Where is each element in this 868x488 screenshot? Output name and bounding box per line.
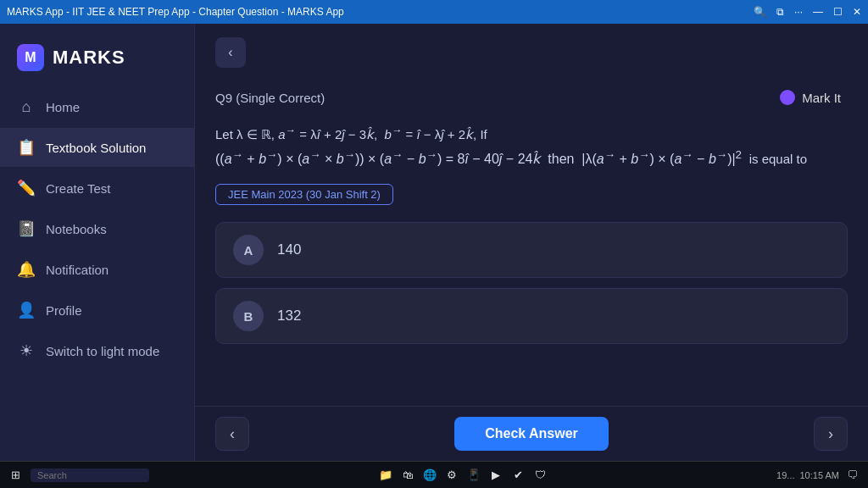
sidebar-item-textbook[interactable]: 📋 Textbook Solution xyxy=(0,128,194,167)
question-header: Q9 (Single Correct) Mark It xyxy=(215,86,848,108)
taskbar-security-icon[interactable]: 🛡 xyxy=(531,467,548,484)
back-button[interactable]: ‹ xyxy=(215,37,246,68)
check-answer-button[interactable]: Check Answer xyxy=(454,417,609,451)
home-icon: ⌂ xyxy=(17,98,36,116)
taskbar-right: 19... 10:15 AM 🗨 xyxy=(776,467,861,484)
option-a-circle: A xyxy=(233,235,264,265)
app-body: M MARKS ⌂ Home 📋 Textbook Solution ✏️ Cr… xyxy=(0,24,868,461)
sidebar-item-home[interactable]: ⌂ Home xyxy=(0,88,194,126)
mark-dot-icon xyxy=(780,90,795,105)
title-bar: MARKS App - IIT JEE & NEET Prep App - Ch… xyxy=(0,0,868,24)
option-a-value: 140 xyxy=(277,241,301,258)
question-text: Let λ ∈ ℝ, a→ = λî + 2ĵ − 3k̂, b→ = î − … xyxy=(215,122,848,170)
sidebar-item-switch-mode[interactable]: ☀ Switch to light mode xyxy=(0,331,194,370)
close-button[interactable]: ✕ xyxy=(853,6,861,18)
sidebar-label-create-test: Create Test xyxy=(46,181,110,196)
textbook-icon: 📋 xyxy=(17,138,36,157)
sidebar-item-profile[interactable]: 👤 Profile xyxy=(0,291,194,330)
prev-question-button[interactable]: ‹ xyxy=(215,417,249,451)
sidebar-nav: ⌂ Home 📋 Textbook Solution ✏️ Create Tes… xyxy=(0,88,194,447)
taskbar-app-icon[interactable]: 📱 xyxy=(465,467,482,484)
option-b[interactable]: B 132 xyxy=(215,288,848,344)
question-type: Q9 (Single Correct) xyxy=(215,91,325,105)
sidebar-label-textbook: Textbook Solution xyxy=(46,141,146,155)
sidebar-item-notebooks[interactable]: 📓 Notebooks xyxy=(0,209,194,248)
sidebar-label-switch-mode: Switch to light mode xyxy=(46,344,159,358)
taskbar-search[interactable] xyxy=(31,469,149,482)
layers-icon[interactable]: ⧉ xyxy=(776,6,784,18)
bottom-nav: ‹ Check Answer › xyxy=(195,406,868,461)
light-mode-icon: ☀ xyxy=(17,341,36,360)
sidebar-label-profile: Profile xyxy=(46,303,82,318)
options-list: A 140 B 132 xyxy=(215,222,848,344)
taskbar-edge-icon[interactable]: 🌐 xyxy=(421,467,438,484)
logo-letter: M xyxy=(25,50,36,65)
taskbar-center: 📁 🛍 🌐 ⚙ 📱 ▶ ✔ 🛡 xyxy=(377,467,548,484)
taskbar-youtube-icon[interactable]: ▶ xyxy=(487,467,504,484)
question-area: ‹ Q9 (Single Correct) Mark It Let λ ∈ ℝ,… xyxy=(195,24,868,406)
minimize-button[interactable]: — xyxy=(813,6,823,18)
windows-icon[interactable]: ⊞ xyxy=(7,467,24,484)
time-label: 10:15 AM xyxy=(800,470,839,480)
main-content: ‹ Q9 (Single Correct) Mark It Let λ ∈ ℝ,… xyxy=(195,24,868,461)
taskbar-file-icon[interactable]: 📁 xyxy=(377,467,394,484)
taskbar: ⊞ 📁 🛍 🌐 ⚙ 📱 ▶ ✔ 🛡 19... 10:15 AM 🗨 xyxy=(0,461,868,488)
profile-icon: 👤 xyxy=(17,301,36,319)
sidebar-label-home: Home xyxy=(46,100,80,114)
sidebar: M MARKS ⌂ Home 📋 Textbook Solution ✏️ Cr… xyxy=(0,24,195,461)
taskbar-marks-icon[interactable]: ✔ xyxy=(509,467,526,484)
sidebar-label-notebooks: Notebooks xyxy=(46,222,107,236)
sidebar-logo: M MARKS xyxy=(0,37,194,88)
create-test-icon: ✏️ xyxy=(17,179,36,197)
sidebar-label-notification: Notification xyxy=(46,263,108,277)
option-b-value: 132 xyxy=(277,308,301,324)
more-icon[interactable]: ··· xyxy=(794,6,803,18)
next-question-button[interactable]: › xyxy=(814,417,848,451)
title-bar-icons: 🔍 ⧉ ··· — ☐ ✕ xyxy=(754,6,861,18)
notification-icon: 🔔 xyxy=(17,260,36,279)
notebooks-icon: 📓 xyxy=(17,219,36,238)
app-name: MARKS xyxy=(53,47,125,69)
window-title: MARKS App - IIT JEE & NEET Prep App - Ch… xyxy=(7,6,344,18)
taskbar-left: ⊞ xyxy=(7,467,149,484)
mark-it-label: Mark It xyxy=(802,91,841,105)
sidebar-item-create-test[interactable]: ✏️ Create Test xyxy=(0,169,194,208)
taskbar-settings-icon[interactable]: ⚙ xyxy=(443,467,460,484)
battery-label: 19... xyxy=(776,470,794,480)
option-b-circle: B xyxy=(233,301,264,331)
mark-it-button[interactable]: Mark It xyxy=(773,86,848,108)
notification-taskbar-icon[interactable]: 🗨 xyxy=(844,467,861,484)
option-a[interactable]: A 140 xyxy=(215,222,848,278)
sidebar-item-notification[interactable]: 🔔 Notification xyxy=(0,250,194,289)
search-titlebar-icon[interactable]: 🔍 xyxy=(754,6,766,18)
logo-icon: M xyxy=(17,44,44,71)
maximize-button[interactable]: ☐ xyxy=(833,6,843,18)
taskbar-store-icon[interactable]: 🛍 xyxy=(399,467,416,484)
source-badge: JEE Main 2023 (30 Jan Shift 2) xyxy=(215,184,848,222)
